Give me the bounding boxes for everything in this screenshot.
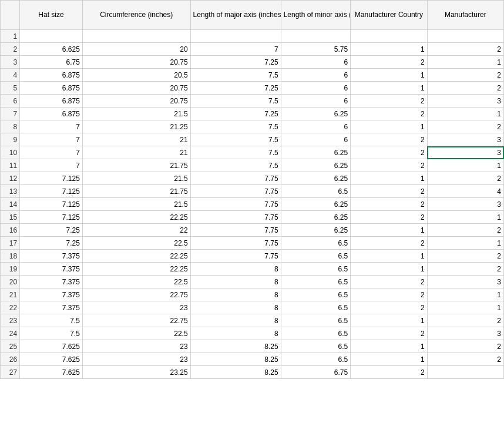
minor-axis-cell[interactable]: 6 xyxy=(281,82,351,95)
mfr-cell[interactable]: 1 xyxy=(427,301,503,314)
major-axis-cell[interactable]: 8 xyxy=(190,288,281,301)
minor-axis-cell[interactable]: 6 xyxy=(281,120,351,133)
circumference-cell[interactable]: 21.75 xyxy=(82,185,190,198)
minor-axis-cell[interactable]: 6 xyxy=(281,56,351,69)
circumference-cell[interactable]: 23 xyxy=(82,340,190,353)
mfr-country-cell[interactable]: 1 xyxy=(351,120,427,133)
minor-axis-cell[interactable]: 6.5 xyxy=(281,276,351,288)
mfr-cell[interactable]: 3 xyxy=(427,95,503,108)
minor-axis-cell[interactable] xyxy=(281,30,351,43)
minor-axis-cell[interactable]: 6.5 xyxy=(281,237,351,250)
mfr-country-cell[interactable]: 2 xyxy=(351,56,427,69)
minor-axis-cell[interactable]: 6 xyxy=(281,95,351,108)
mfr-country-cell[interactable]: 2 xyxy=(351,108,427,120)
hat-size-cell[interactable]: 7 xyxy=(20,159,83,172)
circumference-cell[interactable]: 20.75 xyxy=(82,56,190,69)
row-number-cell[interactable]: 24 xyxy=(1,327,20,340)
hat-size-cell[interactable]: 7.5 xyxy=(20,327,83,340)
row-number-cell[interactable]: 8 xyxy=(1,120,20,133)
major-axis-cell[interactable]: 7.25 xyxy=(190,56,281,69)
mfr-cell[interactable]: 1 xyxy=(427,288,503,301)
circumference-cell[interactable]: 21.25 xyxy=(82,120,190,133)
mfr-country-cell[interactable]: 2 xyxy=(351,198,427,211)
row-number-cell[interactable]: 18 xyxy=(1,250,20,263)
circumference-cell[interactable]: 21 xyxy=(82,133,190,146)
circumference-cell[interactable]: 20.75 xyxy=(82,95,190,108)
row-number-cell[interactable]: 11 xyxy=(1,159,20,172)
hat-size-cell[interactable]: 7 xyxy=(20,133,83,146)
circumference-cell[interactable]: 22.25 xyxy=(82,263,190,276)
hat-size-cell[interactable]: 7.625 xyxy=(20,366,83,379)
row-number-cell[interactable]: 23 xyxy=(1,314,20,327)
hat-size-cell[interactable]: 7 xyxy=(20,146,83,159)
minor-axis-cell[interactable]: 6.5 xyxy=(281,340,351,353)
hat-size-cell[interactable]: 7.375 xyxy=(20,301,83,314)
row-number-cell[interactable]: 10 xyxy=(1,146,20,159)
mfr-country-cell[interactable]: 2 xyxy=(351,133,427,146)
hat-size-cell[interactable]: 7.375 xyxy=(20,288,83,301)
header-mfr[interactable]: Manufacturer xyxy=(427,1,503,30)
minor-axis-cell[interactable]: 6.25 xyxy=(281,146,351,159)
row-number-cell[interactable]: 2 xyxy=(1,43,20,56)
mfr-cell[interactable]: 3 xyxy=(427,327,503,340)
header-mfr-country[interactable]: Manufacturer Country xyxy=(351,1,427,30)
row-number-cell[interactable]: 14 xyxy=(1,198,20,211)
row-number-cell[interactable]: 12 xyxy=(1,172,20,185)
hat-size-cell[interactable] xyxy=(20,30,83,43)
minor-axis-cell[interactable]: 6.5 xyxy=(281,263,351,276)
mfr-cell[interactable]: 2 xyxy=(427,263,503,276)
hat-size-cell[interactable]: 7.25 xyxy=(20,224,83,237)
mfr-country-cell[interactable]: 1 xyxy=(351,43,427,56)
row-number-cell[interactable]: 15 xyxy=(1,211,20,224)
header-circumference[interactable]: Circumference (inches) xyxy=(82,1,190,30)
minor-axis-cell[interactable]: 6.5 xyxy=(281,327,351,340)
major-axis-cell[interactable]: 8 xyxy=(190,276,281,288)
hat-size-cell[interactable]: 6.75 xyxy=(20,56,83,69)
row-number-cell[interactable]: 19 xyxy=(1,263,20,276)
row-number-cell[interactable]: 4 xyxy=(1,69,20,82)
row-number-cell[interactable]: 6 xyxy=(1,95,20,108)
major-axis-cell[interactable]: 7.75 xyxy=(190,198,281,211)
circumference-cell[interactable]: 21.75 xyxy=(82,159,190,172)
circumference-cell[interactable]: 22.5 xyxy=(82,276,190,288)
hat-size-cell[interactable]: 7.125 xyxy=(20,172,83,185)
minor-axis-cell[interactable]: 6.25 xyxy=(281,224,351,237)
minor-axis-cell[interactable]: 6.5 xyxy=(281,353,351,366)
minor-axis-cell[interactable]: 6.5 xyxy=(281,185,351,198)
circumference-cell[interactable]: 20.5 xyxy=(82,69,190,82)
minor-axis-cell[interactable]: 6.25 xyxy=(281,211,351,224)
mfr-cell[interactable]: 3 xyxy=(427,276,503,288)
mfr-country-cell[interactable]: 2 xyxy=(351,211,427,224)
row-number-cell[interactable]: 13 xyxy=(1,185,20,198)
major-axis-cell[interactable]: 7.5 xyxy=(190,146,281,159)
circumference-cell[interactable]: 23 xyxy=(82,301,190,314)
circumference-cell[interactable] xyxy=(82,30,190,43)
hat-size-cell[interactable]: 7.125 xyxy=(20,185,83,198)
circumference-cell[interactable]: 23 xyxy=(82,353,190,366)
minor-axis-cell[interactable]: 6.5 xyxy=(281,301,351,314)
row-number-cell[interactable]: 26 xyxy=(1,353,20,366)
row-number-cell[interactable]: 7 xyxy=(1,108,20,120)
circumference-cell[interactable]: 21.5 xyxy=(82,108,190,120)
major-axis-cell[interactable] xyxy=(190,30,281,43)
circumference-cell[interactable]: 22.75 xyxy=(82,314,190,327)
circumference-cell[interactable]: 21.5 xyxy=(82,172,190,185)
mfr-cell[interactable]: 1 xyxy=(427,159,503,172)
minor-axis-cell[interactable]: 6.75 xyxy=(281,366,351,379)
minor-axis-cell[interactable]: 6 xyxy=(281,69,351,82)
major-axis-cell[interactable]: 7.75 xyxy=(190,224,281,237)
circumference-cell[interactable]: 22.25 xyxy=(82,250,190,263)
mfr-country-cell[interactable]: 2 xyxy=(351,159,427,172)
circumference-cell[interactable]: 22.5 xyxy=(82,237,190,250)
hat-size-cell[interactable]: 7.5 xyxy=(20,314,83,327)
minor-axis-cell[interactable]: 6.5 xyxy=(281,250,351,263)
major-axis-cell[interactable]: 8 xyxy=(190,314,281,327)
major-axis-cell[interactable]: 8.25 xyxy=(190,366,281,379)
major-axis-cell[interactable]: 7.5 xyxy=(190,69,281,82)
major-axis-cell[interactable]: 7.5 xyxy=(190,159,281,172)
hat-size-cell[interactable]: 6.875 xyxy=(20,95,83,108)
hat-size-cell[interactable]: 6.625 xyxy=(20,43,83,56)
major-axis-cell[interactable]: 7 xyxy=(190,43,281,56)
circumference-cell[interactable]: 22 xyxy=(82,224,190,237)
hat-size-cell[interactable]: 7.125 xyxy=(20,198,83,211)
